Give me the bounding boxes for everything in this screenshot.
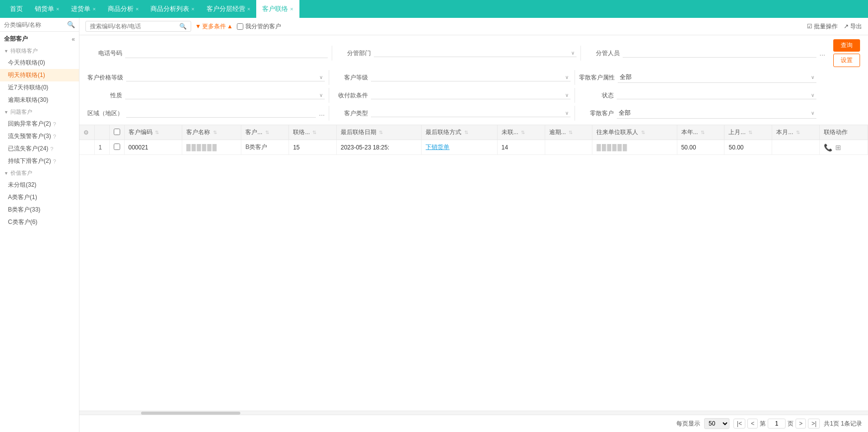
sidebar-search-input[interactable] (4, 21, 67, 28)
sort-icon-lm: ⇅ (748, 130, 752, 135)
filter-region-dots[interactable]: ... (319, 109, 325, 117)
table-row: 1 000021 ██████ B类客户 15 2023-05-23 18:25… (79, 140, 868, 155)
nav-product-analysis-list-close[interactable]: × (191, 0, 194, 18)
sidebar-item-churn-warning[interactable]: 流失预警客户(3) ? (0, 130, 79, 143)
filter-scattered-customer-select[interactable]: 全部∨ (617, 108, 816, 119)
th-contact-count[interactable]: 联络... ⇅ (289, 125, 337, 140)
th-last-contact-date[interactable]: 最后联络日期 ⇅ (336, 125, 421, 140)
nav-customer-tier[interactable]: 客户分层经营 × (201, 0, 256, 18)
filter-customer-type-select[interactable]: ∨ (371, 109, 571, 117)
sidebar-item-class-c[interactable]: C类客户(6) (0, 216, 79, 228)
sidebar-item-class-b[interactable]: B类客户(33) (0, 204, 79, 216)
th-last-month[interactable]: 上月... ⇅ (724, 125, 772, 140)
nav-purchase-close[interactable]: × (92, 0, 95, 18)
query-button[interactable]: 查询 (833, 39, 860, 52)
next-page-button[interactable]: > (796, 419, 806, 429)
row-checkbox[interactable] (109, 140, 124, 155)
th-not-contact[interactable]: 未联... ⇅ (497, 125, 545, 140)
th-this-month[interactable]: 本月... ⇅ (772, 125, 820, 140)
prev-page-button[interactable]: < (747, 419, 758, 429)
nav-customer-contact[interactable]: 客户联络 × (256, 0, 299, 18)
th-last-contact-method[interactable]: 最后联络方式 ⇅ (422, 125, 497, 140)
row-code: 000021 (124, 140, 182, 155)
phone-icon[interactable]: 📞 (824, 144, 832, 151)
nav-sales-order[interactable]: 销货单 × (29, 0, 65, 18)
filter-scattered-customer-label: 零散客户 (579, 109, 614, 118)
filter-actions: 查询 设置 (833, 39, 860, 67)
nav-product-analysis-list[interactable]: 商品分析列表 × (145, 0, 200, 18)
th-code[interactable]: 客户编码 ⇅ (124, 125, 182, 140)
filter-dept-select[interactable]: ∨ (374, 49, 577, 57)
filter-scattered-attr-select[interactable]: 全部∨ (618, 72, 816, 83)
row-type: B类客户 (241, 140, 289, 155)
sidebar-item-tomorrow[interactable]: 明天待联络(1) (0, 69, 79, 81)
page-input[interactable] (768, 419, 786, 429)
filter-manager-dots[interactable]: ... (819, 49, 825, 57)
sidebar-item-churned[interactable]: 已流失客户(24) ? (0, 143, 79, 155)
th-overdue[interactable]: 逾期... ⇅ (545, 125, 592, 140)
th-type[interactable]: 客户... ⇅ (241, 125, 289, 140)
sidebar-item-ungrouped[interactable]: 未分组(32) (0, 179, 79, 191)
filter-nature-select[interactable]: ∨ (125, 91, 325, 99)
th-unit-contact[interactable]: 往来单位联系人 ⇅ (592, 125, 677, 140)
last-page-button[interactable]: >| (808, 419, 820, 429)
nav-customer-contact-close[interactable]: × (290, 0, 293, 18)
filter-dept-label: 分管部门 (336, 49, 371, 58)
filter-phone-input[interactable] (125, 49, 328, 58)
sort-icon-ty: ⇅ (701, 130, 705, 135)
sidebar: 🔍 全部客户 « 待联络客户 今天待联络(0) 明天待联络(1) 近7天待联络(… (0, 18, 79, 432)
nav-home[interactable]: 首页 (4, 0, 29, 18)
select-all-checkbox[interactable] (114, 129, 120, 135)
nav-sales-order-close[interactable]: × (56, 0, 59, 18)
filter-customer-grade: 客户等级 ∨ (333, 73, 571, 82)
sidebar-item-declining[interactable]: 持续下滑客户(2) ? (0, 155, 79, 167)
scrollbar-thumb[interactable] (141, 412, 240, 415)
horizontal-scrollbar[interactable] (79, 411, 868, 415)
filter-payment-select[interactable]: ∨ (371, 91, 571, 99)
sidebar-group-pending: 待联络客户 (0, 45, 79, 57)
filter-nature-label: 性质 (87, 91, 122, 100)
batch-op-button[interactable]: ☑ 批量操作 (807, 22, 838, 31)
set-button[interactable]: 设置 (833, 54, 860, 67)
sidebar-item-today[interactable]: 今天待联络(0) (0, 57, 79, 69)
sidebar-item-overdue[interactable]: 逾期未联络(30) (0, 94, 79, 106)
nav-product-analysis-close[interactable]: × (136, 0, 139, 18)
nav-customer-tier-close[interactable]: × (247, 0, 250, 18)
my-customers-checkbox[interactable] (237, 23, 243, 30)
row-name: ██████ (182, 140, 241, 155)
chevron-down-icon-2: ∨ (319, 74, 323, 80)
th-name[interactable]: 客户名称 ⇅ (182, 125, 241, 140)
sidebar-item-7days[interactable]: 近7天待联络(0) (0, 81, 79, 94)
sidebar-item-repurchase-abnormal[interactable]: 回购异常客户(2) ? (0, 118, 79, 130)
sidebar-search-icon[interactable]: 🔍 (67, 21, 75, 28)
row-no: 1 (94, 140, 109, 155)
th-gear[interactable]: ⚙ (79, 125, 94, 140)
export-button[interactable]: ↗ 导出 (844, 22, 862, 31)
th-this-year[interactable]: 本年... ⇅ (677, 125, 724, 140)
sort-icon-contact: ⇅ (312, 130, 316, 135)
my-customers-checkbox-label[interactable]: 我分管的客户 (237, 22, 281, 31)
sidebar-all-customers[interactable]: 全部客户 « (0, 32, 79, 45)
filter-status-select[interactable]: ∨ (617, 91, 816, 99)
search-input[interactable] (90, 23, 179, 30)
row-last-contact-method[interactable]: 下销货单 (422, 140, 497, 155)
chevron-down-icon: ∨ (571, 50, 575, 56)
help-icon-4: ? (53, 158, 56, 164)
search-icon[interactable]: 🔍 (179, 23, 187, 30)
chevron-down-icon-5: ∨ (319, 92, 323, 98)
nav-product-analysis[interactable]: 商品分析 × (102, 0, 145, 18)
chevron-down-icon-8: ∨ (565, 110, 569, 116)
sidebar-search-area: 🔍 (0, 18, 79, 32)
nav-purchase-order[interactable]: 进货单 × (65, 0, 101, 18)
filter-price-grade-select[interactable]: ∨ (126, 73, 325, 81)
more-filter-button[interactable]: ▼ 更多条件 ▲ (195, 22, 233, 31)
th-checkbox[interactable] (109, 125, 124, 140)
grid-icon[interactable]: ⊞ (835, 144, 841, 151)
filter-region-label: 区域（地区） (87, 109, 123, 118)
page-size-select[interactable]: 50 100 200 (704, 418, 729, 429)
sidebar-item-class-a[interactable]: A类客户(1) (0, 191, 79, 204)
first-page-button[interactable]: |< (733, 419, 745, 429)
filter-customer-grade-select[interactable]: ∨ (371, 73, 571, 81)
sidebar-collapse-icon[interactable]: « (72, 36, 75, 43)
row-select-checkbox[interactable] (114, 144, 120, 150)
